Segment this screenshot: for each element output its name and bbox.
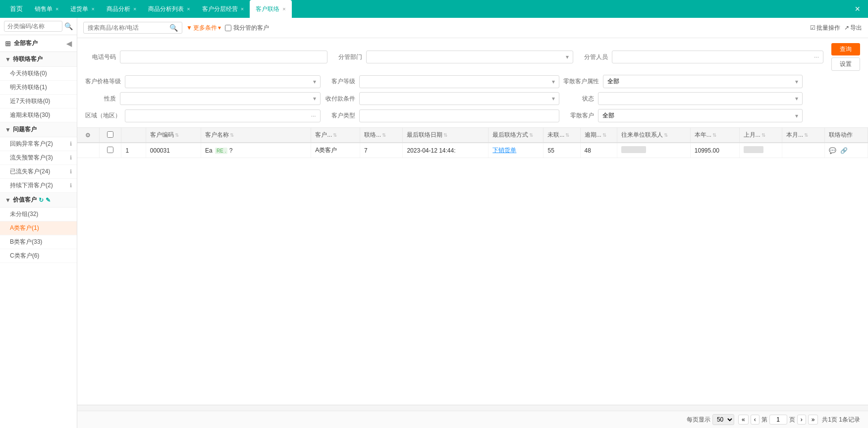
filter-row-4: 区域（地区） ··· 客户类型 零散客户 全部 ▾ bbox=[85, 109, 860, 122]
nav-tab-customer-tier[interactable]: 客户分层经营 × bbox=[196, 0, 250, 18]
settings-btn[interactable]: 设置 bbox=[831, 57, 860, 71]
sidebar-group-pending[interactable]: ▼ 待联络客户 bbox=[0, 52, 77, 67]
close-customer-contact-tab[interactable]: × bbox=[282, 6, 285, 12]
prev-page-btn[interactable]: ‹ bbox=[751, 415, 760, 425]
label-scatter-attr: 零散客户属性 bbox=[563, 77, 603, 86]
person-input[interactable]: ··· bbox=[612, 51, 823, 63]
customer-type-input[interactable] bbox=[359, 109, 560, 122]
th-type[interactable]: 客户... ⇅ bbox=[311, 128, 360, 143]
sidebar-item-unclassified[interactable]: 未分组(32) bbox=[0, 208, 77, 221]
first-page-btn[interactable]: « bbox=[738, 415, 749, 425]
row-name: Ea RE . ? bbox=[201, 143, 311, 158]
page-size-dropdown[interactable]: 50 bbox=[712, 414, 734, 425]
last-page-btn[interactable]: » bbox=[808, 415, 818, 425]
edit-group-icon[interactable]: ✎ bbox=[46, 197, 51, 204]
page-size-select: 每页显示 50 bbox=[687, 414, 734, 425]
refresh-icon[interactable]: ↻ bbox=[39, 197, 44, 204]
customer-grade-select[interactable]: ▾ bbox=[359, 75, 560, 88]
sidebar-item-class-a[interactable]: A类客户(1) bbox=[0, 221, 77, 235]
th-date[interactable]: 最后联络日期 ⇅ bbox=[403, 128, 488, 143]
window-close-button[interactable]: × bbox=[851, 4, 864, 14]
close-customer-tier-tab[interactable]: × bbox=[241, 6, 244, 12]
row-checkbox[interactable] bbox=[107, 147, 113, 153]
settings-gear-icon[interactable]: ⚙ bbox=[85, 132, 91, 139]
sidebar-item-class-c[interactable]: C类客户(6) bbox=[0, 249, 77, 263]
status-select[interactable]: ▾ bbox=[598, 92, 803, 105]
close-sales-tab[interactable]: × bbox=[55, 6, 58, 12]
th-not[interactable]: 未联... ⇅ bbox=[543, 128, 580, 143]
status-caret: ▾ bbox=[795, 95, 798, 102]
th-check[interactable] bbox=[99, 128, 121, 143]
info-icon-churned: ℹ bbox=[70, 168, 72, 175]
nav-tab-sales[interactable]: 销售单 × bbox=[29, 0, 64, 18]
phone-input[interactable] bbox=[120, 51, 327, 63]
sidebar-item-tomorrow[interactable]: 明天待联络(1) bbox=[0, 81, 77, 95]
sidebar-search-input[interactable] bbox=[4, 21, 62, 32]
region-dots: ··· bbox=[311, 112, 316, 119]
more-conditions-btn[interactable]: ▼ 更多条件 ▾ bbox=[186, 24, 221, 32]
sidebar-group-problem[interactable]: ▼ 问题客户 bbox=[0, 122, 77, 137]
sidebar-collapse-btn[interactable]: ◀ bbox=[66, 40, 72, 48]
price-grade-select[interactable]: ▾ bbox=[125, 75, 321, 88]
row-action[interactable]: 💬 🔗 bbox=[825, 143, 868, 158]
nav-tab-purchase[interactable]: 进货单 × bbox=[64, 0, 100, 18]
my-customers-check[interactable] bbox=[225, 25, 231, 31]
query-btn[interactable]: 查询 bbox=[831, 43, 860, 55]
sidebar-item-today[interactable]: 今天待联络(0) bbox=[0, 67, 77, 81]
close-purchase-tab[interactable]: × bbox=[91, 6, 94, 12]
sidebar-item-overdue[interactable]: 逾期未联络(30) bbox=[0, 108, 77, 122]
th-contact[interactable]: 联络... ⇅ bbox=[360, 128, 403, 143]
sidebar-item-7days[interactable]: 近7天待联络(0) bbox=[0, 95, 77, 108]
th-prev[interactable]: 往来单位联系人 ⇅ bbox=[617, 128, 690, 143]
scatter-attr-select[interactable]: 全部 ▾ bbox=[603, 75, 803, 88]
sidebar-item-class-b[interactable]: B类客户(33) bbox=[0, 235, 77, 249]
filter-cell-region: 区域（地区） ··· bbox=[85, 109, 325, 122]
row-way[interactable]: 下销货单 bbox=[488, 143, 543, 158]
th-last-month[interactable]: 上月... ⇅ bbox=[739, 128, 782, 143]
close-product-list-tab[interactable]: × bbox=[187, 6, 190, 12]
th-this-month[interactable]: 本月... ⇅ bbox=[782, 128, 825, 143]
nav-tab-product-analysis[interactable]: 商品分析 × bbox=[101, 0, 142, 18]
row-contact: 7 bbox=[360, 143, 403, 158]
sidebar-item-churn-warning[interactable]: 流失预警客户(3) ℹ bbox=[0, 151, 77, 165]
sidebar-item-churned[interactable]: 已流失客户(24) ℹ bbox=[0, 165, 77, 179]
th-way[interactable]: 最后联络方式 ⇅ bbox=[488, 128, 543, 143]
th-overdue[interactable]: 逾期... ⇅ bbox=[580, 128, 617, 143]
filter-search-icon[interactable]: 🔍 bbox=[169, 24, 178, 32]
payment-select[interactable]: ▾ bbox=[359, 92, 560, 105]
close-product-analysis-tab[interactable]: × bbox=[133, 6, 136, 12]
filter-row-2: 客户价格等级 ▾ 客户等级 ▾ 零散客户属性 全部 ▾ bbox=[85, 75, 860, 88]
dept-select[interactable]: ▾ bbox=[366, 51, 574, 63]
th-year[interactable]: 本年... ⇅ bbox=[690, 128, 739, 143]
prev-contact-placeholder bbox=[621, 146, 646, 153]
th-settings[interactable]: ⚙ bbox=[77, 128, 99, 143]
label-customer-grade: 客户等级 bbox=[325, 77, 359, 86]
row-check[interactable] bbox=[99, 143, 121, 158]
page-number-input[interactable] bbox=[769, 415, 787, 425]
filter-search-input[interactable] bbox=[88, 24, 169, 31]
sidebar-item-declining[interactable]: 持续下滑客户(2) ℹ bbox=[0, 179, 77, 193]
th-code[interactable]: 客户编码 ⇅ bbox=[146, 128, 201, 143]
next-page-btn[interactable]: › bbox=[797, 415, 806, 425]
caret-icon: ▾ bbox=[218, 24, 221, 31]
sidebar-item-repurchase-anomaly[interactable]: 回购异常客户(2) ℹ bbox=[0, 137, 77, 151]
scatter-select[interactable]: 全部 ▾ bbox=[598, 109, 803, 122]
row-way-link[interactable]: 下销货单 bbox=[492, 147, 516, 154]
sidebar-group-value[interactable]: ▼ 价值客户 ↻ ✎ bbox=[0, 193, 77, 208]
horizontal-scrollbar[interactable] bbox=[77, 405, 868, 411]
batch-op-btn[interactable]: ☑ 批量操作 bbox=[810, 24, 840, 32]
sidebar-all-customers[interactable]: ⊞ 全部客户 ◀ bbox=[0, 35, 77, 52]
select-all-checkbox[interactable] bbox=[107, 131, 113, 138]
nav-tab-product-list[interactable]: 商品分析列表 × bbox=[142, 0, 196, 18]
link-action-icon[interactable]: 🔗 bbox=[840, 147, 848, 154]
nav-home[interactable]: 首页 bbox=[4, 4, 29, 13]
chat-action-icon[interactable]: 💬 bbox=[829, 147, 836, 154]
customer-grade-caret: ▾ bbox=[552, 78, 555, 85]
export-btn[interactable]: ↗ 导出 bbox=[844, 24, 862, 32]
nav-tab-customer-contact[interactable]: 客户联络 × bbox=[250, 0, 291, 18]
nature-select[interactable]: ▾ bbox=[120, 92, 321, 105]
th-name[interactable]: 客户名称 ⇅ bbox=[201, 128, 311, 143]
region-input[interactable]: ··· bbox=[125, 109, 321, 122]
sidebar-search-icon[interactable]: 🔍 bbox=[64, 22, 73, 30]
my-customers-checkbox[interactable]: 我分管的客户 bbox=[225, 24, 269, 32]
